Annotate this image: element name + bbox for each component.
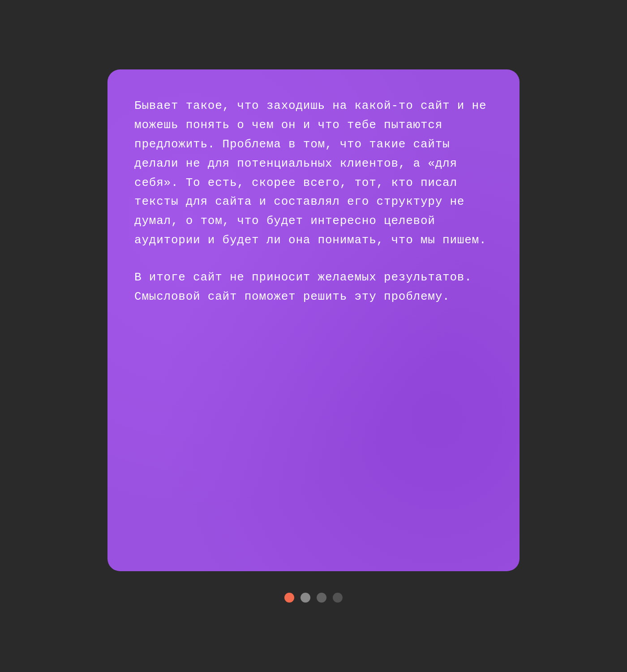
dot-4[interactable]: [333, 593, 343, 603]
dot-3[interactable]: [317, 593, 326, 603]
dot-2[interactable]: [301, 593, 310, 603]
slide-content: Бывает такое, что заходишь на какой-то с…: [134, 96, 493, 306]
paragraph-1: Бывает такое, что заходишь на какой-то с…: [134, 96, 493, 250]
slide-card: Бывает такое, что заходишь на какой-то с…: [107, 69, 520, 571]
paragraph-2: В итоге сайт не приносит желаемых резуль…: [134, 268, 493, 306]
dot-1[interactable]: [284, 593, 294, 603]
pagination-dots: [284, 593, 343, 603]
